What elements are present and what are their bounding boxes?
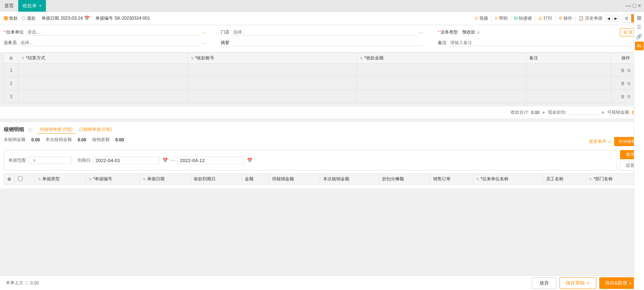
help-btn[interactable]: ⊙ 帮助 xyxy=(494,15,508,21)
sort-dept: ⇅ xyxy=(589,177,592,181)
bill-no-field: 单据编号 SK-20230324-001 xyxy=(95,15,150,21)
tab-home[interactable]: 首页 xyxy=(0,0,18,12)
bottom-info-icon[interactable]: ⓘ xyxy=(25,280,29,286)
tab-home-label: 首页 xyxy=(4,3,14,9)
reconcile-stats: 未核销金额 0.00 本次核销金额 0.00 核销差额 0.00 xyxy=(4,137,124,143)
radio-refund-dot xyxy=(21,16,26,20)
form-row-1: * 往来单位 ··· 门店 ··· * 业务类型 预收款 ∨ ⚙ 设置 xyxy=(4,28,640,36)
reconcile-info-icon[interactable]: ⓘ xyxy=(28,127,32,133)
sort-bill-type: ⇅ xyxy=(38,177,41,181)
minimize-icon[interactable]: — xyxy=(625,3,631,9)
counterpart-more-icon[interactable]: ··· xyxy=(202,30,206,35)
amount-cell-1[interactable] xyxy=(357,64,526,77)
toolbar-right: ⊙ 视频 ⊙ 帮助 ⊟ 快捷键 🖨 打印 ⚙ 操作 📋 历史单据 ◀ xyxy=(475,14,640,23)
maximize-icon[interactable]: □ xyxy=(633,3,636,9)
tab-completed[interactable]: 已核销单据 (0笔) xyxy=(76,126,115,134)
shortcut-icon: ⊟ xyxy=(514,16,518,21)
salesman-input[interactable] xyxy=(19,39,200,46)
settlement-cell-2[interactable] xyxy=(19,77,188,90)
col-amount-label: *收款金额 xyxy=(364,55,384,61)
biz-type-value: 预收款 xyxy=(462,29,475,35)
sidebar-icon-list[interactable]: ☰ xyxy=(635,23,644,31)
delete-icon-3[interactable]: 🗑 xyxy=(621,94,625,99)
save-new-button[interactable]: 保存&新增 ∧ xyxy=(599,277,638,289)
cal-from-icon[interactable]: 📅 xyxy=(162,158,168,163)
print-btn[interactable]: 🖨 打印 xyxy=(538,15,552,21)
tab-close-icon[interactable]: × xyxy=(39,3,42,8)
range-filter: 单据范围 ∨ xyxy=(8,157,72,164)
th-check-box xyxy=(15,174,35,185)
tab-completed-badge: (0笔) xyxy=(102,127,112,132)
range-select[interactable]: ∨ xyxy=(28,157,72,164)
table-gear-icon[interactable]: ⚙ xyxy=(9,56,13,61)
account-cell-3[interactable] xyxy=(188,90,357,103)
history-label: 历史单据 xyxy=(585,15,602,21)
form-section: * 往来单位 ··· 门店 ··· * 业务类型 预收款 ∨ ⚙ 设置 业务员 xyxy=(0,25,644,52)
remark-cell-3[interactable] xyxy=(526,90,611,103)
form-row-2: 业务员 ··· 摘要 备注 xyxy=(4,39,640,46)
bottom-bar: 本单上欠 ⓘ 0.00 放弃 保存草稿 ∧ 保存&新增 ∧ xyxy=(0,275,644,290)
abandon-button[interactable]: 放弃 xyxy=(532,277,557,289)
sidebar-icon-link[interactable]: 🔗 xyxy=(635,32,644,41)
shortcut-btn[interactable]: ⊟ 快捷键 xyxy=(514,15,532,21)
radio-refund[interactable]: 退款 xyxy=(21,15,36,21)
window-close-icon[interactable]: × xyxy=(638,3,641,9)
help-icon: ⊙ xyxy=(494,16,498,21)
list-view-btn[interactable]: ☰ xyxy=(623,14,631,22)
row-num-1: 1 xyxy=(4,64,19,77)
account-cell-2[interactable] xyxy=(188,77,357,90)
video-btn[interactable]: ⊙ 视频 xyxy=(475,15,488,21)
discount-input[interactable] xyxy=(570,110,599,115)
th-account: ⇅*收款账号 xyxy=(188,53,357,64)
summary-input[interactable] xyxy=(232,39,423,46)
operation-btn[interactable]: ⚙ 操作 xyxy=(558,15,572,21)
col-pending: 待核销金额 xyxy=(272,176,294,181)
copy-icon-2[interactable]: ⧉ xyxy=(627,81,631,86)
history-btn[interactable]: 📋 历史单据 xyxy=(578,15,602,21)
delete-icon-2[interactable]: 🗑 xyxy=(621,81,625,86)
copy-icon-3[interactable]: ⧉ xyxy=(627,94,631,99)
filter-more-btn[interactable]: 更多条件 ∧ xyxy=(589,138,611,145)
tab-active[interactable]: 收款单 × xyxy=(18,0,46,12)
table-row: 2 🗑 ⧉ xyxy=(4,77,640,90)
gear-rec-icon[interactable]: ⚙ xyxy=(7,177,11,182)
cal-to-icon[interactable]: 📅 xyxy=(247,158,252,163)
counterpart-field: * 往来单位 ··· xyxy=(4,29,206,36)
account-cell-1[interactable] xyxy=(188,64,357,77)
prev-arrow[interactable]: ◀ xyxy=(605,15,612,21)
settlement-cell-3[interactable] xyxy=(19,90,188,103)
shop-more-icon[interactable]: ··· xyxy=(419,30,423,35)
shortcut-label: 快捷键 xyxy=(519,15,532,21)
counterpart-input[interactable] xyxy=(26,29,201,36)
date-to-input[interactable] xyxy=(177,157,244,164)
tab-pending[interactable]: 待核销单据 (0笔) xyxy=(37,126,75,134)
select-all-checkbox[interactable] xyxy=(18,176,23,181)
receipt-table: ⚙ ⇅*结算方式 ⇅*收款账号 ⇅*收款金额 备注 操作 xyxy=(4,52,640,103)
calendar-icon[interactable]: 📅 xyxy=(84,16,90,21)
shop-input[interactable] xyxy=(232,29,417,36)
settlement-cell-1[interactable] xyxy=(19,64,188,77)
save-draft-button[interactable]: 保存草稿 ∧ xyxy=(559,277,596,289)
table-header-row: ⚙ ⇅*结算方式 ⇅*收款账号 ⇅*收款金额 备注 操作 xyxy=(4,53,640,64)
history-icon: 📋 xyxy=(578,16,584,21)
sidebar-icon-ai[interactable]: Ai xyxy=(635,42,644,50)
nav-arrows: ◀ ▶ xyxy=(605,15,619,21)
sidebar-icon-table[interactable]: ▦ xyxy=(635,13,644,22)
th-gear: ⚙ xyxy=(4,53,19,64)
col-remark-label: 备注 xyxy=(529,55,538,60)
remark-cell-1[interactable] xyxy=(526,64,611,77)
biz-type-arrow[interactable]: ∨ xyxy=(477,30,480,35)
th-dept: ⇅*部门名称 xyxy=(586,174,640,185)
col-sales-order: 销售订单 xyxy=(433,176,451,181)
salesman-more-icon[interactable]: ··· xyxy=(202,40,206,46)
amount-cell-2[interactable] xyxy=(357,77,526,90)
radio-receive[interactable]: 收款 xyxy=(4,15,18,21)
date-from-input[interactable] xyxy=(93,157,160,164)
remark-input[interactable] xyxy=(449,39,640,46)
remark-cell-2[interactable] xyxy=(526,77,611,90)
col-due-date: 收款到期日 xyxy=(194,176,216,181)
delete-icon-1[interactable]: 🗑 xyxy=(621,68,625,73)
amount-cell-3[interactable] xyxy=(357,90,526,103)
next-arrow[interactable]: ▶ xyxy=(613,15,619,21)
copy-icon-1[interactable]: ⧉ xyxy=(627,68,631,73)
